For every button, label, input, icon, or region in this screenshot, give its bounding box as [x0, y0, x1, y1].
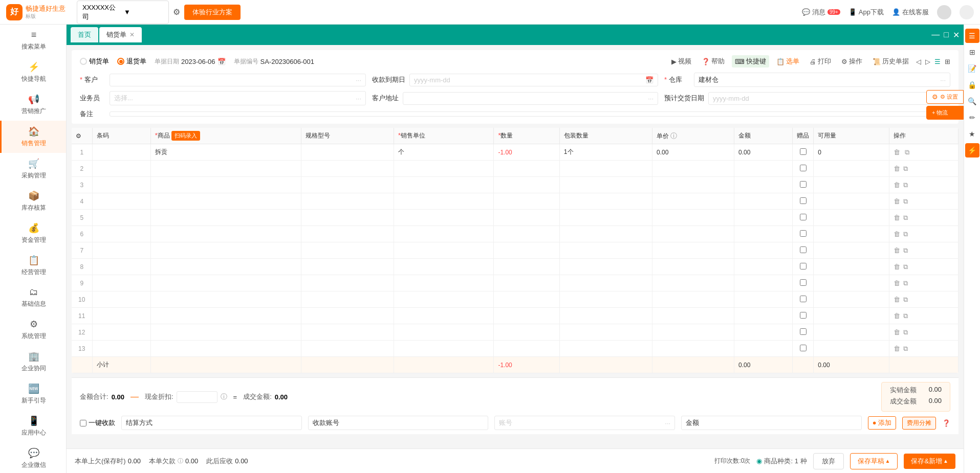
action-operate[interactable]: ⚙ 操作 — [838, 55, 865, 67]
avatar2[interactable] — [960, 5, 974, 19]
delete-icon-11[interactable]: 🗑 — [894, 312, 900, 320]
row-1-pkg-qty[interactable]: 1个 — [559, 144, 652, 161]
customer-input[interactable]: ··· — [110, 74, 366, 86]
right-tool-list[interactable]: ☰ — [965, 29, 979, 43]
delete-icon-4[interactable]: 🗑 — [894, 197, 900, 205]
copy-icon-7[interactable]: ⧉ — [903, 246, 908, 254]
action-history[interactable]: 📜 历史单据 — [869, 55, 912, 67]
customer-addr-input[interactable]: ··· — [403, 92, 658, 105]
expected-date-input[interactable]: yyyy-mm-dd 📅 — [708, 92, 950, 105]
copy-icon-5[interactable]: ⧉ — [903, 214, 908, 221]
copy-icon-4[interactable]: ⧉ — [903, 197, 908, 205]
app-download-button[interactable]: 📱 App下载 — [848, 8, 884, 17]
action-shortcut[interactable]: ⌨ 快捷键 — [732, 55, 769, 67]
delete-icon-6[interactable]: 🗑 — [894, 230, 900, 238]
one-click-collect-checkbox[interactable]: 一键收款 — [80, 418, 115, 427]
sidebar-item-operations[interactable]: 📋 经营管理 — [0, 250, 66, 282]
row-1-amount[interactable]: 0.00 — [734, 144, 792, 161]
tab-close-window-icon[interactable]: ✕ — [953, 30, 960, 40]
nav-prev-icon[interactable]: ◁ — [916, 58, 921, 65]
calendar-icon[interactable]: 📅 — [217, 58, 226, 65]
settings-icon[interactable]: ⚙ — [173, 7, 180, 17]
gift-checkbox-1[interactable] — [800, 148, 807, 155]
copy-icon-13[interactable]: ⧉ — [903, 345, 908, 352]
action-help[interactable]: ❓ 帮助 — [699, 55, 728, 67]
company-selector[interactable]: XXXXXX公司 ▼ — [77, 1, 169, 24]
copy-icon-11[interactable]: ⧉ — [903, 312, 908, 320]
delete-icon-3[interactable]: 🗑 — [894, 181, 900, 189]
action-print[interactable]: 🖨 打印 — [807, 55, 834, 67]
right-tool-edit[interactable]: ✏ — [965, 110, 979, 125]
account-input[interactable]: 账号 ··· — [494, 416, 675, 430]
row-1-barcode[interactable] — [92, 144, 150, 161]
account-select[interactable]: 收款账号 — [308, 416, 489, 430]
tab-sales-order[interactable]: 销货单 ✕ — [99, 27, 142, 42]
price-info-icon[interactable]: ⓘ — [670, 132, 677, 140]
row-1-qty[interactable]: -1.00 — [494, 144, 559, 161]
settings-button[interactable]: ⚙ ⚙ 设置 — [926, 90, 964, 104]
notes-input[interactable] — [110, 111, 950, 117]
sidebar-item-wechat[interactable]: 💬 企业微信 — [0, 442, 66, 473]
right-tool-lock[interactable]: 🔒 — [965, 78, 979, 92]
col-settings-header[interactable]: ⚙ — [72, 128, 92, 144]
sidebar-item-enterprise[interactable]: 🏢 企业协同 — [0, 346, 66, 378]
right-tool-grid[interactable]: ⊞ — [965, 45, 979, 59]
tab-home[interactable]: 首页 — [71, 27, 98, 42]
tab-close-icon[interactable]: ✕ — [129, 31, 135, 38]
collect-checkbox[interactable] — [80, 420, 86, 426]
tab-minimize-icon[interactable]: — — [931, 30, 940, 40]
amount-field[interactable]: 金额 — [681, 416, 862, 430]
sidebar-item-sales[interactable]: 🏠 销售管理 — [0, 121, 66, 153]
save-new-button[interactable]: 保存&新增 ▲ — [904, 454, 955, 469]
sidebar-item-guide[interactable]: 🆕 新手引导 — [0, 378, 66, 410]
right-tool-star[interactable]: ★ — [965, 127, 979, 141]
delete-icon-8[interactable]: 🗑 — [894, 263, 900, 271]
sidebar-item-search[interactable]: ≡ 搜索菜单 — [0, 25, 66, 56]
copy-icon-3[interactable]: ⧉ — [903, 181, 908, 189]
discount-input[interactable] — [177, 391, 217, 403]
copy-icon-2[interactable]: ⧉ — [903, 165, 908, 172]
trial-button[interactable]: 体验行业方案 — [184, 5, 241, 20]
action-video[interactable]: ▶ 视频 — [668, 55, 694, 67]
copy-icon-8[interactable]: ⧉ — [903, 263, 908, 271]
copy-icon-12[interactable]: ⧉ — [903, 328, 908, 336]
fee-help-icon[interactable]: ❓ — [942, 419, 950, 427]
delete-icon-12[interactable]: 🗑 — [894, 328, 900, 336]
copy-icon-9[interactable]: ⧉ — [903, 279, 908, 287]
online-service-button[interactable]: 👤 在线客服 — [892, 8, 929, 17]
sidebar-item-shortcuts[interactable]: ⚡ 快捷导航 — [0, 56, 66, 88]
row-1-spec[interactable] — [301, 144, 394, 161]
sidebar-item-system[interactable]: ⚙ 系统管理 — [0, 313, 66, 346]
fee-split-button[interactable]: 费用分摊 — [902, 417, 936, 430]
delete-icon-10[interactable]: 🗑 — [894, 296, 900, 303]
discount-info-icon[interactable]: ⓘ — [221, 392, 227, 401]
row-1-price[interactable]: 0.00 — [652, 144, 734, 161]
add-payment-button[interactable]: ● 添加 — [868, 416, 896, 430]
delete-icon-9[interactable]: 🗑 — [894, 279, 900, 287]
settlement-select[interactable]: 结算方式 — [121, 416, 302, 430]
sidebar-item-apps[interactable]: 📱 应用中心 — [0, 410, 66, 442]
scan-button[interactable]: 扫码录入 — [171, 131, 200, 141]
nav-next-icon[interactable]: ▷ — [925, 58, 930, 65]
view-grid-icon[interactable]: ⊞ — [945, 58, 950, 65]
logistics-button[interactable]: + 物流 — [926, 106, 964, 120]
radio-return-order[interactable]: 退货单 — [117, 57, 146, 66]
right-tool-note[interactable]: 📝 — [965, 61, 979, 76]
salesperson-input[interactable]: 选择... ··· — [110, 91, 366, 105]
due-date-input[interactable]: yyyy-mm-dd 📅 — [409, 74, 658, 86]
messages-button[interactable]: 💬 消息 99+ — [802, 8, 840, 17]
copy-icon-1[interactable]: ⧉ — [905, 148, 909, 156]
minus-icon[interactable]: — — [130, 392, 139, 401]
delete-icon-2[interactable]: 🗑 — [894, 165, 900, 172]
delete-icon-7[interactable]: 🗑 — [894, 246, 900, 254]
debt-info-icon[interactable]: ⓘ — [178, 457, 183, 465]
delete-icon-13[interactable]: 🗑 — [894, 345, 900, 352]
row-1-gift[interactable] — [793, 144, 814, 161]
calendar-due-icon[interactable]: 📅 — [645, 76, 654, 84]
copy-icon-6[interactable]: ⧉ — [903, 230, 908, 238]
sidebar-item-marketing[interactable]: 📢 营销推广 — [0, 88, 66, 121]
row-1-goods[interactable]: 拆贡 — [150, 144, 301, 161]
radio-sale-order[interactable]: 销货单 — [80, 57, 109, 66]
sidebar-item-capital[interactable]: 💰 资金管理 — [0, 217, 66, 250]
tab-maximize-icon[interactable]: □ — [944, 30, 949, 40]
